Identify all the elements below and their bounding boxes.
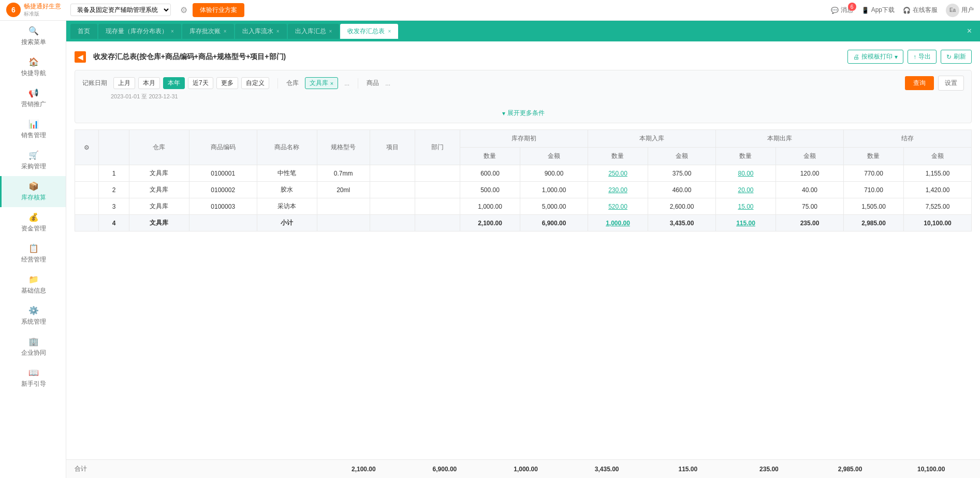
tab-inout-flow[interactable]: 出入库流水 × bbox=[235, 24, 287, 39]
date-btn-7days[interactable]: 近7天 bbox=[188, 77, 213, 89]
date-btn-this-month[interactable]: 本月 bbox=[138, 77, 160, 89]
date-btn-last-month[interactable]: 上月 bbox=[113, 77, 135, 89]
query-btn[interactable]: 查询 bbox=[905, 76, 934, 90]
tab-batch-ledger[interactable]: 库存批次账 × bbox=[182, 24, 234, 39]
date-btn-more[interactable]: 更多 bbox=[216, 77, 238, 89]
subtotal-project bbox=[370, 215, 415, 231]
page-title: 收发存汇总表(按仓库+商品编码+商品+规格型号+项目+部门) bbox=[93, 52, 286, 62]
sidebar-item-basic[interactable]: 📁 基础信息 bbox=[0, 269, 66, 300]
th-opening-qty: 数量 bbox=[460, 148, 520, 165]
th-in-qty: 数量 bbox=[588, 148, 648, 165]
row-out-amt-3: 75.00 bbox=[776, 198, 844, 215]
table-settings-icon[interactable]: ⚙ bbox=[84, 144, 90, 151]
row-warehouse-3: 文具库 bbox=[129, 198, 189, 215]
th-out-group: 本期出库 bbox=[715, 130, 843, 148]
print-template-btn[interactable]: 🖨 按模板打印 ▾ bbox=[847, 50, 903, 64]
sidebar-item-sales[interactable]: 📊 销售管理 bbox=[0, 114, 66, 145]
refresh-icon: ↻ bbox=[946, 53, 952, 61]
setting-btn[interactable]: 设置 bbox=[938, 76, 964, 91]
subtotal-balance-amt: 10,100.00 bbox=[904, 215, 972, 231]
sidebar-item-operations[interactable]: 📋 经营管理 bbox=[0, 238, 66, 269]
row-in-qty-1[interactable]: 250.00 bbox=[588, 165, 648, 182]
avatar: Ea bbox=[946, 4, 959, 17]
tab-bar: 首页 现存量（库存分布表） × 库存批次账 × 出入库流水 × 出入库汇总 × bbox=[66, 21, 980, 41]
export-btn[interactable]: ↑ 导出 bbox=[908, 50, 937, 64]
row-spec-3 bbox=[317, 198, 370, 215]
content-area: 首页 现存量（库存分布表） × 库存批次账 × 出入库流水 × 出入库汇总 × bbox=[66, 21, 980, 478]
row-out-qty-3[interactable]: 15.00 bbox=[715, 198, 776, 215]
row-code-3: 0100003 bbox=[189, 198, 257, 215]
user-btn[interactable]: Ea 用户 bbox=[946, 4, 974, 17]
row-balance-amt-2: 1,420.00 bbox=[904, 182, 972, 198]
date-btn-this-year[interactable]: 本年 bbox=[163, 77, 185, 89]
row-opening-amt-2: 1,000.00 bbox=[520, 182, 588, 198]
row-in-amt-1: 375.00 bbox=[648, 165, 716, 182]
collapse-arrow[interactable]: ◀ bbox=[75, 51, 86, 63]
online-service-btn[interactable]: 🎧 在线客服 bbox=[903, 6, 938, 15]
tab-recv-send-summary[interactable]: 收发存汇总表 × bbox=[340, 24, 398, 39]
row-in-qty-3[interactable]: 520.00 bbox=[588, 198, 648, 215]
inventory-icon: 📦 bbox=[28, 181, 39, 191]
tab-close-batch-ledger[interactable]: × bbox=[224, 28, 227, 34]
warehouse-more[interactable]: ... bbox=[344, 80, 349, 87]
purchase-icon: 🛒 bbox=[28, 150, 39, 160]
warehouse-tag-close[interactable]: × bbox=[330, 80, 333, 86]
row-code-2: 0100002 bbox=[189, 182, 257, 198]
sidebar-item-purchase[interactable]: 🛒 采购管理 bbox=[0, 145, 66, 176]
tab-close-inout-flow[interactable]: × bbox=[276, 28, 280, 34]
page-title-bar: ◀ 收发存汇总表(按仓库+商品编码+商品+规格型号+项目+部门) 🖨 按模板打印… bbox=[75, 50, 972, 64]
system-select[interactable]: 装备及固定资产辅助管理系统 bbox=[70, 4, 171, 16]
corp-icon: 🏢 bbox=[28, 337, 39, 346]
row-opening-amt-1: 900.00 bbox=[520, 165, 588, 182]
sidebar-item-corp[interactable]: 🏢 企业协同 bbox=[0, 331, 66, 363]
message-btn[interactable]: 💬 消息 6 bbox=[831, 6, 853, 15]
subtotal-spec bbox=[317, 215, 370, 231]
refresh-btn[interactable]: ↻ 刷新 bbox=[941, 50, 972, 64]
th-balance-amt: 金额 bbox=[904, 148, 972, 165]
row-dept-1 bbox=[415, 165, 460, 182]
row-settings-2 bbox=[75, 182, 99, 198]
row-balance-amt-3: 7,525.00 bbox=[904, 198, 972, 215]
tab-inout-summary[interactable]: 出入库汇总 × bbox=[288, 24, 340, 39]
app-download-btn[interactable]: 📱 App下载 bbox=[861, 6, 895, 15]
tab-close-inout-summary[interactable]: × bbox=[329, 28, 332, 34]
row-out-qty-1[interactable]: 80.00 bbox=[715, 165, 776, 182]
subtotal-in-qty[interactable]: 1,000.00 bbox=[588, 215, 648, 231]
row-spec-2: 20ml bbox=[317, 182, 370, 198]
gear-settings[interactable]: ⚙ bbox=[180, 5, 187, 15]
row-warehouse-2: 文具库 bbox=[129, 182, 189, 198]
logo-icon: 6 bbox=[6, 3, 21, 17]
sidebar-item-search[interactable]: 🔍 搜索菜单 bbox=[0, 21, 66, 52]
sidebar-item-inventory[interactable]: 📦 库存核算 bbox=[0, 176, 66, 207]
tab-close-recv-send-summary[interactable]: × bbox=[388, 28, 391, 34]
sidebar-item-system[interactable]: ⚙️ 系统管理 bbox=[0, 300, 66, 331]
date-btn-custom[interactable]: 自定义 bbox=[241, 77, 269, 89]
warehouse-tag[interactable]: 文具库 × bbox=[305, 77, 338, 89]
top-bar: 6 畅捷通好生意 标准版 装备及固定资产辅助管理系统 ⚙ 体验行业方案 💬 消息… bbox=[0, 0, 980, 21]
tab-inventory-dist[interactable]: 现存量（库存分布表） × bbox=[98, 24, 181, 39]
row-in-amt-3: 2,600.00 bbox=[648, 198, 716, 215]
sidebar-item-marketing[interactable]: 📢 营销推广 bbox=[0, 83, 66, 114]
expand-conditions-btn[interactable]: ▾ 展开更多条件 bbox=[82, 109, 964, 118]
subtotal-out-qty[interactable]: 115.00 bbox=[715, 215, 776, 231]
tab-home[interactable]: 首页 bbox=[70, 24, 97, 39]
sidebar-item-finance[interactable]: 💰 资金管理 bbox=[0, 207, 66, 238]
close-all-tabs[interactable]: × bbox=[963, 26, 976, 36]
table-row: 2 文具库 0100002 胶水 20ml 500.00 1,000.00 23… bbox=[75, 182, 972, 198]
total-balance-amt: 10,100.00 bbox=[890, 466, 972, 473]
logo-area: 6 畅捷通好生意 标准版 bbox=[6, 3, 61, 17]
tab-close-inventory-dist[interactable]: × bbox=[171, 28, 174, 34]
sidebar-label-inventory: 库存核算 bbox=[21, 193, 46, 202]
app-wrapper: 6 畅捷通好生意 标准版 装备及固定资产辅助管理系统 ⚙ 体验行业方案 💬 消息… bbox=[0, 0, 980, 478]
top-bar-right: 💬 消息 6 📱 App下载 🎧 在线客服 Ea 用户 bbox=[831, 4, 974, 17]
th-settings[interactable]: ⚙ bbox=[75, 130, 99, 165]
row-out-qty-2[interactable]: 20.00 bbox=[715, 182, 776, 198]
sidebar-item-guide[interactable]: 📖 新手引导 bbox=[0, 363, 66, 394]
goods-more[interactable]: ... bbox=[385, 80, 390, 87]
sidebar-item-quick-nav[interactable]: 🏠 快捷导航 bbox=[0, 52, 66, 83]
row-in-qty-2[interactable]: 230.00 bbox=[588, 182, 648, 198]
experience-btn[interactable]: 体验行业方案 bbox=[193, 3, 244, 17]
th-project: 项目 bbox=[370, 130, 415, 165]
row-balance-qty-1: 770.00 bbox=[843, 165, 903, 182]
row-name-3: 采访本 bbox=[257, 198, 317, 215]
